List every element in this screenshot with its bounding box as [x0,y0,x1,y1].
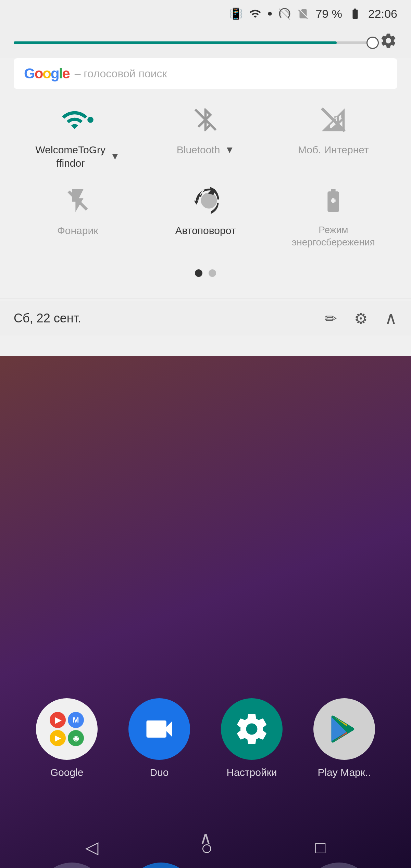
date-controls-row: Сб, 22 сент. ✏ ⚙ ∧ [0,301,411,335]
google-app[interactable]: ▶ M ▶ ◉ Google [24,698,110,778]
flashlight-label: Фонарик [57,224,98,237]
duo-app[interactable]: Duo [116,698,202,778]
settings-app[interactable]: Настройки [209,698,295,778]
panel-settings-icon[interactable]: ⚙ [354,310,368,327]
bt-label-row: Bluetooth ▼ [177,143,235,156]
bluetooth-icon-wrap [188,103,223,137]
duo-app-label: Duo [150,767,169,778]
autorotate-label: Автоповорот [175,224,236,237]
dot-2 [209,269,216,277]
home-screen: ▶ M ▶ ◉ Google Duo [0,335,411,868]
autorotate-icon [192,187,219,214]
quick-tiles: WelcomeToGryffindor ▼ Bluetooth ▼ [0,96,411,291]
recents-button[interactable]: □ [315,838,325,857]
wifi-dot [87,116,94,124]
bluetooth-tile-icon [192,106,219,133]
wifi-dot-icon [267,11,272,16]
battery-saver-label: Режим энергосбережения [278,224,388,249]
settings-app-icon [221,698,283,760]
brightness-slider-track[interactable] [14,41,373,44]
playstore-app-label: Play Марк.. [317,767,371,778]
brightness-slider-fill [14,41,337,44]
search-placeholder: – голосовой поиск [75,67,167,80]
google-app-label: Google [50,767,84,778]
battery-percent: 79 % [315,7,342,21]
wifi-label: WelcomeToGryffindor [36,143,106,170]
svg-point-0 [268,12,272,15]
app-grid: ▶ M ▶ ◉ Google Duo [0,685,411,792]
mobile-icon-wrap [316,103,350,137]
notification-panel: Google – голосовой поиск WelcomeToGryffi… [0,0,411,356]
wifi-label-row: WelcomeToGryffindor ▼ [36,143,120,170]
status-bar: 📳 79 % 22:06 [0,0,411,27]
playstore-app-icon [313,698,375,760]
duo-app-icon [128,698,190,760]
dot-1 [195,269,202,277]
signal-icon [278,8,291,20]
battery-saver-icon-wrap [316,183,350,218]
tiles-row-1: WelcomeToGryffindor ▼ Bluetooth ▼ [14,103,397,170]
edit-icon[interactable]: ✏ [324,310,337,327]
settings-app-label: Настройки [226,767,277,778]
wifi-icon-wrap [61,103,95,137]
mobile-internet-tile[interactable]: Моб. Интернет [278,103,388,170]
dots-indicator [14,263,397,284]
battery-saver-tile[interactable]: Режим энергосбережения [278,183,388,249]
tiles-row-2: Фонарик Автоповорот Р [14,183,397,249]
brightness-settings-icon[interactable] [379,32,397,54]
wifi-dropdown-icon[interactable]: ▼ [110,151,120,162]
clock: 22:06 [368,7,397,21]
bluetooth-label: Bluetooth [177,143,220,156]
brightness-row [0,27,411,58]
battery-saver-icon [320,187,347,214]
mobile-internet-icon [320,106,347,133]
mobile-internet-label: Моб. Интернет [298,143,369,156]
no-sim-icon [297,8,309,20]
vibrate-icon: 📳 [229,7,243,20]
date-text: Сб, 22 сент. [14,311,324,326]
wifi-tile-icon [61,106,88,133]
playstore-app[interactable]: Play Марк.. [301,698,387,778]
home-button[interactable]: ○ [201,836,213,859]
flashlight-tile[interactable]: Фонарик [23,183,133,249]
google-logo: Google [24,65,70,82]
nav-bar: ◁ ○ □ [0,827,411,868]
panel-divider [0,298,411,298]
google-app-icon: ▶ M ▶ ◉ [36,698,98,760]
flashlight-icon-wrap [61,183,95,218]
autorotate-tile[interactable]: Автоповорот [151,183,260,249]
back-button[interactable]: ◁ [85,838,98,857]
flashlight-icon [64,187,91,214]
wifi-status-icon [249,8,261,20]
brightness-slider-thumb [366,37,379,49]
search-bar[interactable]: Google – голосовой поиск [14,58,397,89]
svg-point-1 [87,117,94,123]
collapse-icon[interactable]: ∧ [385,308,397,328]
bluetooth-tile[interactable]: Bluetooth ▼ [151,103,260,170]
autorotate-icon-wrap [188,183,223,218]
control-icons: ✏ ⚙ ∧ [324,308,397,328]
battery-icon [348,8,362,20]
bt-dropdown-icon[interactable]: ▼ [225,144,235,155]
wifi-tile[interactable]: WelcomeToGryffindor ▼ [23,103,133,170]
